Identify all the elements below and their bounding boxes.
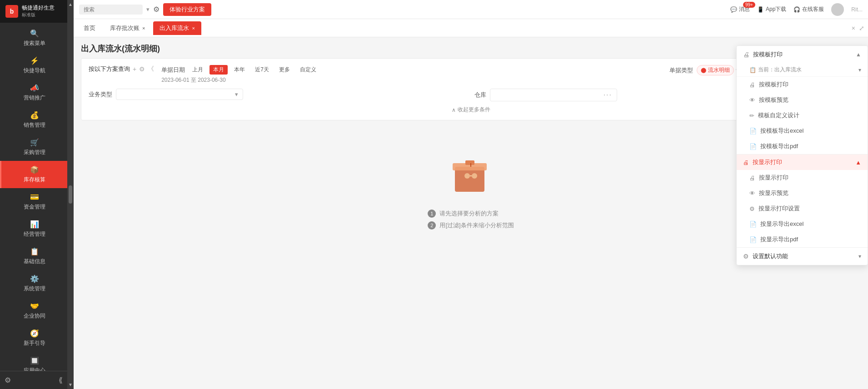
settings-icon[interactable]: ⚙ [5, 376, 11, 384]
template-export-excel-icon: 📄 [749, 128, 757, 135]
brand-name: 畅捷通好生意 [22, 5, 55, 12]
warehouse-select[interactable]: ··· [490, 89, 617, 101]
display-print-header-arrow: ▲ [855, 159, 861, 166]
filter-setting-icon[interactable]: ⚙ [139, 65, 145, 73]
date-opt-last-month[interactable]: 上月 [189, 65, 207, 75]
sidebar-item-label: 采购管理 [24, 149, 45, 156]
app-download-button[interactable]: 📱 App下载 [757, 5, 786, 13]
sidebar-item-sales[interactable]: 💰 销售管理 [0, 106, 67, 134]
svg-rect-2 [465, 160, 474, 165]
sidebar-item-guide[interactable]: 🧭 新手引导 [0, 324, 67, 352]
tab-batch-account-close[interactable]: × [142, 25, 145, 31]
template-print-header-left: 🖨 按模板打印 [743, 50, 783, 59]
filter-label-section: 按以下方案查询 + ⚙ 《 [89, 65, 154, 73]
date-opt-this-month[interactable]: 本月 [210, 65, 228, 75]
message-icon: 💬 [730, 6, 737, 13]
display-export-excel-icon: 📄 [749, 221, 757, 228]
online-service-label: 在线客服 [802, 5, 824, 13]
collapse-sidebar-icon[interactable]: ⟪ [59, 376, 63, 384]
business-type-select[interactable]: ▾ [116, 89, 243, 100]
template-print-section: 🖨 按模板打印 ▲ 📋 当前：出入库流水 ▾ 🖨 按模板打印 👁 按模板预览 ✏… [737, 46, 868, 155]
type-tag-label: 流水明细 [708, 66, 730, 74]
sidebar-item-operation[interactable]: 📊 经营管理 [0, 215, 67, 243]
online-service-button[interactable]: 🎧 在线客服 [793, 5, 824, 13]
finance-icon: 💳 [30, 193, 39, 201]
sidebar-item-marketing[interactable]: 📣 营销推广 [0, 79, 67, 106]
guide-icon: 🧭 [30, 329, 39, 338]
message-button[interactable]: 💬 消息 99+ [730, 5, 750, 13]
business-type-section: 业务类型 ▾ [89, 89, 467, 100]
sidebar-item-inventory[interactable]: 📦 库存核算 [0, 161, 67, 188]
industry-solution-button[interactable]: 体验行业方案 [163, 3, 211, 16]
tab-in-out-flow[interactable]: 出入库流水 × [153, 21, 201, 35]
date-opt-more[interactable]: 更多 [275, 65, 294, 75]
date-opt-recent7[interactable]: 近7天 [251, 65, 273, 75]
sidebar-item-quick-nav[interactable]: ⚡ 快捷导航 [0, 52, 67, 79]
dropdown-item-template-custom[interactable]: ✏ 模板自定义设计 [737, 108, 868, 123]
tab-close-window-icon[interactable]: × [852, 25, 855, 32]
sidebar-item-label: 基础信息 [24, 258, 45, 265]
sidebar-item-apps[interactable]: 🔲 应用中心 [0, 352, 67, 371]
sidebar-item-label: 企业协同 [24, 312, 45, 320]
dropdown-item-display-print[interactable]: 🖨 按显示打印 [737, 170, 868, 185]
username-label: Rit... [851, 6, 863, 13]
template-export-pdf-icon: 📄 [749, 143, 757, 150]
sidebar-item-label: 库存核算 [24, 176, 45, 184]
settings-icon[interactable]: ⚙ [153, 5, 160, 14]
purchase-icon: 🛒 [30, 138, 39, 147]
scrollbar-thumb [69, 185, 72, 204]
date-opt-this-year[interactable]: 本年 [230, 65, 249, 75]
dropdown-item-template-preview[interactable]: 👁 按模板预览 [737, 92, 868, 108]
service-icon: 🎧 [793, 6, 800, 13]
sidebar-item-search-menu[interactable]: 🔍 搜索菜单 [0, 25, 67, 52]
template-print-header[interactable]: 🖨 按模板打印 ▲ [737, 46, 868, 63]
search-dropdown-arrow[interactable]: ▾ [146, 6, 150, 13]
template-custom-label: 模板自定义设计 [758, 111, 799, 120]
basic-icon: 📋 [30, 247, 39, 256]
user-avatar[interactable] [831, 3, 844, 16]
filter-add-icon[interactable]: + [133, 65, 136, 73]
dropdown-item-template-export-pdf[interactable]: 📄 按模板导出pdf [737, 139, 868, 154]
tab-batch-account[interactable]: 库存批次账 × [104, 21, 151, 35]
sidebar-item-label: 搜索菜单 [24, 40, 45, 47]
tab-maximize-icon[interactable]: ⤢ [859, 25, 864, 32]
sidebar-footer: ⚙ ⟪ [0, 371, 67, 389]
warehouse-more-icon[interactable]: ··· [604, 91, 612, 99]
collapse-icon: ∧ [452, 107, 456, 113]
sidebar-item-system[interactable]: ⚙️ 系统管理 [0, 270, 67, 297]
tab-in-out-flow-close[interactable]: × [192, 25, 195, 31]
top-bar: ▾ ⚙ 体验行业方案 💬 消息 99+ 📱 App下载 🎧 在线客服 Rit..… [74, 0, 868, 19]
scroll-down-icon[interactable]: ▼ [68, 382, 73, 387]
sidebar-item-label: 资金管理 [24, 203, 45, 211]
sidebar-item-label: 系统管理 [24, 285, 45, 293]
scroll-up-icon[interactable]: ▲ [68, 2, 73, 7]
sidebar-item-cooperation[interactable]: 🤝 企业协同 [0, 297, 67, 324]
current-template-row: 📋 当前：出入库流水 ▾ [737, 63, 868, 77]
sidebar-item-purchase[interactable]: 🛒 采购管理 [0, 134, 67, 161]
date-opt-custom[interactable]: 自定义 [296, 65, 320, 75]
tab-home[interactable]: 首页 [77, 21, 102, 35]
tab-home-label: 首页 [84, 24, 95, 32]
dropdown-item-template-export-excel[interactable]: 📄 按模板导出excel [737, 123, 868, 139]
sidebar-item-basic[interactable]: 📋 基础信息 [0, 243, 67, 270]
set-default-section[interactable]: ⚙ 设置默认功能 ▾ [737, 248, 868, 265]
display-print-label: 按显示打印 [759, 174, 788, 182]
display-print-icon: 🖨 [749, 175, 755, 181]
dropdown-item-display-preview[interactable]: 👁 按显示预览 [737, 185, 868, 201]
search-input[interactable] [79, 5, 143, 15]
display-print-section-icon: 🖨 [743, 159, 749, 166]
dropdown-item-display-export-pdf[interactable]: 📄 按显示导出pdf [737, 232, 868, 247]
dropdown-item-display-print-settings[interactable]: ⚙ 按显示打印设置 [737, 201, 868, 216]
template-export-excel-label: 按模板导出excel [760, 127, 803, 135]
filter-collapse-icon[interactable]: 《 [148, 65, 154, 73]
app-download-icon: 📱 [757, 6, 764, 13]
dropdown-item-display-export-excel[interactable]: 📄 按显示导出excel [737, 216, 868, 232]
display-print-section-header[interactable]: 🖨 按显示打印 ▲ [737, 155, 868, 170]
display-print-section: 🖨 按显示打印 ▲ 🖨 按显示打印 👁 按显示预览 ⚙ 按显示打印设置 📄 按显… [737, 155, 868, 248]
dropdown-item-template-print[interactable]: 🖨 按模板打印 [737, 77, 868, 92]
sidebar-item-label: 销售管理 [24, 121, 45, 129]
date-filter: 单据日期 上月 本月 本年 近7天 更多 自定义 2023-06-01 至 20… [161, 65, 320, 84]
sidebar-item-finance[interactable]: 💳 资金管理 [0, 188, 67, 215]
type-tag-icon: ⬤ [701, 67, 706, 73]
collapse-button[interactable]: ∧ 收起更多条件 [452, 106, 490, 114]
